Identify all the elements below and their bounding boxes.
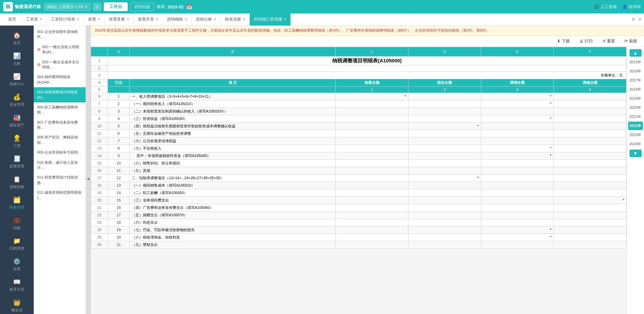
item-name[interactable]: （八）税收滞纳金、加收利息 — [130, 233, 336, 241]
amount-c[interactable] — [336, 100, 408, 107]
item-name[interactable]: 二、扣除类调整项目（13+14+...24+26+27+28+29+30） — [130, 174, 336, 182]
amount-e[interactable] — [481, 159, 554, 167]
amount-e[interactable] — [481, 189, 554, 196]
left-panel-item-004[interactable]: 004-期间费用明细表(A1040... — [34, 72, 86, 87]
amount-c[interactable] — [336, 167, 408, 174]
year-item-2019[interactable]: 2019年 — [628, 94, 643, 103]
amount-c[interactable] — [336, 196, 408, 204]
left-panel-item-005[interactable]: 005-纳税调整项目明细表(A1... — [34, 87, 86, 102]
sheet-main[interactable]: A B C D E F — [91, 47, 626, 314]
amount-c[interactable] — [336, 204, 408, 211]
year-item-2016[interactable]: 2016年 — [628, 67, 643, 75]
left-panel-item-012[interactable]: 012-减免所得税优惠明细表(... — [34, 188, 86, 203]
user-info[interactable]: 👤 徐泽华 — [622, 4, 641, 10]
tab-salary[interactable]: 工资表 ✕ — [22, 13, 47, 26]
amount-e[interactable] — [481, 167, 554, 174]
sidebar-item-report[interactable]: 📈 报表中心 — [0, 69, 34, 90]
tab-salary-report[interactable]: 工资统计报表 ✕ — [47, 13, 84, 26]
item-name[interactable]: （二）未按权责发生制原则确认的收入（填写A105020①） — [130, 107, 336, 115]
amount-c[interactable] — [336, 122, 408, 130]
amount-f[interactable] — [554, 189, 626, 196]
sidebar-item-archive[interactable]: 📁 归档管理 — [0, 234, 34, 254]
sidebar-item-guide[interactable]: 📖 新手引导 — [0, 275, 34, 295]
amount-c[interactable] — [336, 145, 408, 152]
sidebar-item-purchase[interactable]: 📋 进销台账 — [0, 172, 34, 193]
left-panel-item-002[interactable]: ⊗002-一般企业收入明细表(A1... — [34, 42, 86, 57]
amount-e[interactable] — [481, 219, 554, 226]
sidebar-item-tax[interactable]: 🗂️ 税务管理 — [0, 193, 34, 213]
amount-d[interactable] — [408, 130, 481, 137]
amount-e[interactable] — [481, 107, 554, 115]
amount-e[interactable]: * — [481, 233, 554, 241]
amount-e[interactable] — [481, 241, 554, 248]
tab-tax-form[interactable]: 税表清册 ✕ — [221, 13, 250, 26]
sidebar-item-assets[interactable]: 🏭 固定资产 — [0, 111, 34, 131]
item-name[interactable]: （五）捐赠支出（填写A105070） — [130, 211, 336, 219]
tab-purchase-ledger[interactable]: 进销台账 ✕ — [192, 13, 221, 26]
copy-button[interactable]: ⊡ — [93, 3, 101, 10]
download-button[interactable]: ⬇ 下载 — [554, 37, 573, 45]
amount-d[interactable] — [408, 107, 481, 115]
tab-income-tax[interactable]: 所得税汇算清缴 ✕ — [250, 13, 291, 26]
tab-invoice-calc[interactable]: 发票算量 ✕ — [105, 13, 134, 26]
amount-f[interactable] — [554, 159, 626, 167]
amount-d[interactable] — [408, 145, 481, 152]
item-name[interactable]: 一、收入类调整项目（2+3+4+5+6+7+8+10+11） — [130, 93, 336, 100]
amount-d[interactable] — [408, 204, 481, 211]
item-name[interactable]: （一）视同销售收入（填写A105010） — [130, 100, 336, 107]
year-down-button[interactable]: ▼ — [630, 150, 642, 157]
year-item-2022[interactable]: 2022年 — [628, 122, 643, 130]
amount-c[interactable] — [336, 241, 408, 248]
amount-e[interactable]: * — [481, 93, 554, 100]
left-panel-item-010[interactable]: 010-免税、减计收入及加计... — [34, 158, 86, 173]
year-item-2023[interactable]: 2023年 — [628, 131, 643, 139]
amount-e[interactable]: * — [481, 115, 554, 122]
amount-c[interactable]: * — [336, 93, 408, 100]
amount-f[interactable] — [554, 100, 626, 107]
amount-f[interactable] — [554, 182, 626, 189]
amount-d[interactable] — [408, 115, 481, 122]
amount-e[interactable] — [481, 211, 554, 219]
amount-e[interactable] — [481, 204, 554, 211]
left-panel-item-006[interactable]: 006-职工薪酬纳税调整明细... — [34, 102, 86, 118]
amount-e[interactable]: * — [481, 152, 554, 159]
company-selector[interactable]: (物副) 江西股宝-LSS ▼ — [44, 3, 90, 11]
item-name[interactable]: （一）视同销售成本（填写A105010） — [130, 182, 336, 189]
amount-f[interactable] — [554, 152, 626, 159]
left-panel-item-008[interactable]: 008-资产折旧、摊销及纳税... — [34, 132, 86, 148]
amount-e[interactable] — [481, 182, 554, 189]
amount-e[interactable] — [481, 130, 554, 137]
amount-f[interactable] — [554, 93, 626, 100]
year-up-button[interactable]: ▲ — [630, 49, 642, 57]
panel-collapse-button[interactable]: ◀ — [86, 26, 91, 314]
amount-c[interactable] — [336, 115, 408, 122]
reset-button[interactable]: ↺ 重置 — [600, 37, 618, 45]
year-item-2018[interactable]: 2018年 — [628, 85, 643, 94]
year-item-2021[interactable]: 2021年 — [628, 113, 643, 121]
amount-f[interactable] — [554, 204, 626, 211]
amount-f[interactable]: * — [554, 196, 626, 204]
close-icon[interactable]: ✕ — [283, 17, 286, 22]
amount-e[interactable]: * — [481, 145, 554, 152]
item-name[interactable]: （九）其他 — [130, 167, 336, 174]
close-icon[interactable]: ✕ — [126, 17, 129, 22]
amount-c[interactable] — [336, 233, 408, 241]
close-icon[interactable]: ✕ — [39, 17, 42, 22]
close-icon[interactable]: ✕ — [155, 17, 158, 22]
amount-f[interactable] — [554, 130, 626, 137]
left-panel-item-001[interactable]: 001-企业所得税年度纳税申... — [34, 27, 86, 42]
amount-d[interactable] — [408, 226, 481, 233]
amount-f[interactable] — [554, 241, 626, 248]
item-name[interactable]: （七）不征税收入 — [130, 145, 336, 152]
amount-f[interactable] — [554, 107, 626, 115]
amount-d[interactable] — [408, 196, 481, 204]
left-panel-item-009[interactable]: 009-企业所得税补亏损明... — [34, 148, 86, 157]
item-name[interactable]: （七）罚金、罚款和被没收财物的损失 — [130, 226, 336, 233]
item-name[interactable]: （四）广告费和业务宣传费支出（填写A105060） — [130, 204, 336, 211]
amount-c[interactable] — [336, 174, 408, 182]
amount-d[interactable] — [408, 233, 481, 241]
item-name[interactable]: （四）按权益法核算长期股权投资对初始投资成本调整确认收益 — [130, 122, 336, 130]
item-name[interactable]: （三）投资收益（填写A105030） — [130, 115, 336, 122]
amount-c[interactable] — [336, 182, 408, 189]
sidebar-item-home[interactable]: 🏠 首页 — [0, 28, 34, 49]
